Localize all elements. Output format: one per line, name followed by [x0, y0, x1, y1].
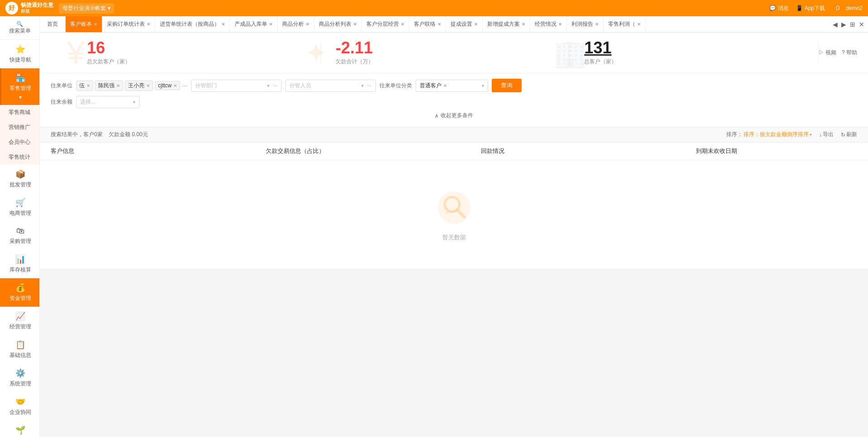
ecommerce-label: 电商管理 [10, 209, 31, 217]
unit-filter-more[interactable]: ··· [182, 82, 187, 89]
close-icon[interactable]: ✕ [401, 22, 404, 27]
stat-block-total-customers: 131 总客户（家） [570, 40, 818, 66]
balance-filter[interactable]: 选择... ▾ [76, 96, 139, 108]
tab-retail-profit[interactable]: 零售利润（ ✕ [604, 16, 646, 32]
close-icon[interactable]: ✕ [522, 22, 525, 27]
table-header: 客户信息 欠款交易信息（占比） 回款情况 到期未欢收日期 [40, 142, 868, 160]
logo-icon: 好 [5, 2, 18, 14]
sidebar-item-ecommerce[interactable]: 🛒 电商管理 [0, 193, 39, 222]
tab-customer-capital[interactable]: 客户账本 ✕ [66, 16, 102, 32]
unit-class-tag-close[interactable]: ✕ [443, 83, 447, 88]
help-button[interactable]: ? 帮助 [842, 49, 857, 57]
close-icon[interactable]: ✕ [353, 22, 357, 27]
avatar: D [832, 3, 843, 14]
query-button[interactable]: 查询 [492, 79, 522, 92]
sidebar-item-capital[interactable]: 💰 资金管理 [0, 278, 39, 307]
collapse-button[interactable]: ∧ 收起更多条件 [435, 112, 473, 119]
empty-state: 暂无数据 [40, 160, 868, 269]
tab-home[interactable]: 首页 [40, 16, 66, 32]
tab-label: 商品分析 [282, 20, 304, 28]
tab-goods-analysis-list[interactable]: 商品分析列表 ✕ [314, 16, 362, 32]
home-label: 首页 [47, 20, 58, 28]
export-button[interactable]: ↓ 导出 [819, 131, 834, 138]
operations-label: 经营管理 [10, 323, 31, 331]
account-selector[interactable]: 母婴行业演示帐套 ▾ [59, 3, 114, 14]
tab-stock-stats[interactable]: 进货单统计表（按商品） ✕ [155, 16, 230, 32]
sidebar-item-operations[interactable]: 📈 经营管理 [0, 307, 39, 335]
dept-chevron-icon: ▾ [267, 83, 269, 88]
stat-block-owed-amount: -2.11 欠款合计（万） [321, 40, 570, 66]
tab-customer-contact[interactable]: 客户联络 ✕ [409, 16, 446, 32]
main-layout: 🔍 搜索菜单 ⭐ 快捷导航 🏪 零售管理 ▾ 零售商城 营销推广 会员中心 零售… [0, 16, 868, 437]
tab-raise-settings[interactable]: 提成设置 ✕ [446, 16, 483, 32]
sidebar-item-collab[interactable]: 🤝 企业协同 [0, 392, 39, 421]
table-header-payment: 回款情况 [481, 147, 696, 155]
close-icon[interactable]: ✕ [437, 22, 441, 27]
sidebar-item-members[interactable]: 会员中心 [0, 135, 39, 150]
unit-tag-cjttcw: cjttcw ✕ [155, 81, 180, 90]
sidebar-item-basics[interactable]: 📋 基础信息 [0, 335, 39, 364]
close-icon[interactable]: ✕ [269, 22, 273, 27]
person-filter[interactable]: 分管人员 ▾ ··· [285, 80, 376, 92]
tag-close-wu[interactable]: ✕ [86, 83, 90, 88]
stat-owed-amount-value: -2.11 [336, 40, 373, 56]
inventory-icon: 📊 [15, 254, 25, 264]
tab-cost-stock[interactable]: 产成品入库单 ✕ [230, 16, 278, 32]
tab-close-all-button[interactable]: ✕ [857, 20, 866, 29]
user-menu[interactable]: D demo2 [832, 3, 863, 14]
close-icon[interactable]: ✕ [595, 22, 599, 27]
sidebar-item-purchase[interactable]: 🛍 采购管理 [0, 222, 39, 250]
close-icon[interactable]: ✕ [637, 22, 641, 27]
tab-expand-button[interactable]: ⊞ [848, 20, 857, 29]
data-table: 客户信息 欠款交易信息（占比） 回款情况 到期未欢收日期 [40, 142, 868, 269]
sidebar-item-retail-mall[interactable]: 零售商城 [0, 105, 39, 120]
sidebar-item-wholesale[interactable]: 📦 批发管理 [0, 165, 39, 193]
tab-label: 提成设置 [451, 20, 472, 28]
close-icon[interactable]: ✕ [474, 22, 478, 27]
balance-placeholder: 选择... [80, 98, 96, 106]
sidebar-item-inventory[interactable]: 📊 库存核算 [0, 250, 39, 278]
table-header-due-date: 到期未欢收日期 [696, 147, 857, 155]
tag-close-cjttcw[interactable]: ✕ [173, 83, 177, 88]
tab-biz-situation[interactable]: 经营情况 ✕ [530, 16, 567, 32]
tag-close-chen[interactable]: ✕ [116, 83, 120, 88]
tab-profit-report[interactable]: 利润报告 ✕ [567, 16, 604, 32]
search-label: 搜索菜单 [0, 27, 39, 35]
close-icon[interactable]: ✕ [147, 22, 150, 27]
message-button[interactable]: 💬 消息 [769, 5, 789, 12]
collab-label: 企业协同 [10, 408, 31, 416]
refresh-button[interactable]: ↻ 刷新 [841, 131, 857, 138]
tab-goods-analysis[interactable]: 商品分析 ✕ [278, 16, 314, 32]
tab-purchase-order[interactable]: 采购订单统计表 ✕ [102, 16, 155, 32]
purchase-label: 采购管理 [10, 238, 31, 245]
sidebar-item-retail[interactable]: 🏪 零售管理 ▾ [0, 68, 39, 105]
sidebar-item-retail-stats[interactable]: 零售统计 [0, 150, 39, 165]
unit-tag-chen: 陈民强 ✕ [95, 81, 123, 91]
unit-filter-tags: 伍 ✕ 陈民强 ✕ 王小亮 ✕ [76, 81, 187, 91]
close-icon[interactable]: ✕ [94, 22, 97, 27]
person-filter-label: 分管人员 [289, 82, 311, 90]
tag-close-wang[interactable]: ✕ [146, 83, 150, 88]
sidebar-item-marketing[interactable]: 营销推广 [0, 120, 39, 135]
sidebar-submenu-retail: 零售商城 营销推广 会员中心 零售统计 [0, 105, 39, 165]
tab-add-raise[interactable]: 新增提成方案 ✕ [483, 16, 530, 32]
message-label: 消息 [778, 5, 789, 12]
sidebar-item-quicknav[interactable]: ⭐ 快捷导航 [0, 40, 39, 68]
tab-next-button[interactable]: ▶ [839, 20, 848, 29]
dept-filter[interactable]: 分管部门 ▾ ··· [191, 80, 282, 92]
sidebar-search[interactable]: 🔍 搜索菜单 [0, 16, 39, 40]
unit-class-label: 往来单位分类 [379, 82, 412, 90]
sidebar-item-system[interactable]: ⚙️ 系统管理 [0, 364, 39, 392]
sort-select[interactable]: 排序： 排序：按欠款金额倒序排序 ▾ [726, 131, 812, 138]
close-icon[interactable]: ✕ [306, 22, 309, 27]
close-icon[interactable]: ✕ [221, 22, 225, 27]
tab-prev-button[interactable]: ◀ [831, 20, 839, 29]
app-download-button[interactable]: 📱 App下载 [796, 5, 825, 12]
balance-chevron-icon: ▾ [133, 100, 135, 104]
page-content: ¥ 16 总欠款客户（家） ✦ -2.11 欠款合计（万） 🏢 131 [40, 33, 868, 437]
unit-class-filter[interactable]: 普通客户 ✕ ▾ [416, 80, 488, 92]
video-button[interactable]: ▷ 视频 [819, 49, 836, 57]
sidebar-item-newbie[interactable]: 🌱 新手引导 [0, 421, 39, 437]
tab-customer-layer[interactable]: 客户分层经营 ✕ [362, 16, 409, 32]
close-icon[interactable]: ✕ [558, 22, 562, 27]
